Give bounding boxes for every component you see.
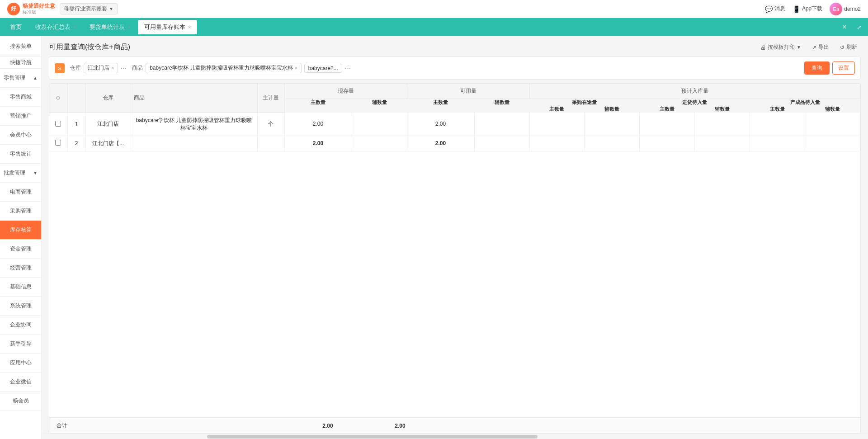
table-footer: 合计 2.00 2.00 xyxy=(49,417,860,433)
row-checkbox[interactable] xyxy=(49,113,67,136)
footer-current-main: 2.00 xyxy=(310,423,346,429)
product-tag[interactable]: babycare学饮杯 儿童防摔防撞吸管杯重力球吸嘴杯宝宝水杯 × xyxy=(146,63,302,73)
quick-nav-btn[interactable]: 快捷导航 xyxy=(0,57,41,69)
sidebar-item-inventory[interactable]: 库存核算 xyxy=(0,221,41,240)
col-av-aux2 xyxy=(474,106,529,113)
refresh-label: 刷新 xyxy=(846,43,857,51)
checkbox-input[interactable] xyxy=(55,140,61,146)
filter-expand-btn[interactable]: » xyxy=(55,63,65,73)
col-pro-main: 主数量 xyxy=(750,106,805,113)
brand-selector[interactable]: 母婴行业演示账套 ▼ xyxy=(60,3,118,14)
sidebar-item-app-center[interactable]: 应用中心 xyxy=(0,354,41,373)
query-button[interactable]: 查询 xyxy=(804,61,830,75)
sidebar-item-basic-info[interactable]: 基础信息 xyxy=(0,278,41,297)
sidebar-item-new-guide[interactable]: 新手引导 xyxy=(0,335,41,354)
product-remove-icon[interactable]: × xyxy=(295,66,297,71)
chevron-down-icon: ▼ xyxy=(109,6,113,11)
col-product-header: 商品 xyxy=(131,84,257,113)
tab-receive-close[interactable]: × xyxy=(73,24,76,30)
arrow-icon: ▼ xyxy=(33,170,38,175)
sidebar-item-purchase[interactable]: 采购管理 xyxy=(0,202,41,221)
col-pur-main: 主数量 xyxy=(529,106,585,113)
product-label: 商品 xyxy=(132,64,143,72)
tab-order[interactable]: 要货单统计表 × xyxy=(83,20,137,34)
col-unit-header: 主计量 xyxy=(257,84,284,113)
col-checkbox-header[interactable]: ⚙ xyxy=(49,84,67,113)
row-inc-main xyxy=(640,136,695,151)
sidebar-item-wholesale[interactable]: 批发管理 ▼ xyxy=(0,164,41,183)
sidebar-item-wx-work[interactable]: 企业微信 xyxy=(0,373,41,392)
export-label: 导出 xyxy=(818,43,829,51)
sidebar-item-label: 基础信息 xyxy=(10,283,32,291)
row-current-main: 2.00 xyxy=(284,136,352,151)
product-more-icon[interactable]: ··· xyxy=(345,64,351,72)
sidebar-item-sys-mgmt[interactable]: 系统管理 xyxy=(0,297,41,316)
col-cs-main2 xyxy=(284,106,352,113)
chevron-down-icon: ▼ xyxy=(797,45,801,50)
tab-available[interactable]: 可用量库存账本 × xyxy=(138,20,197,34)
row-inc-aux xyxy=(695,113,750,136)
checkbox-input[interactable] xyxy=(55,121,61,127)
sidebar-item-member-plus[interactable]: 畅会员 xyxy=(0,392,41,411)
sidebar-item-label: 零售管理 xyxy=(4,74,25,82)
product-extra-value: babycare?... xyxy=(308,65,338,71)
page-header: 可用量查询(按仓库+商品) 🖨 按模板打印 ▼ ↗ 导出 ↺ 刷新 xyxy=(42,36,868,57)
col-incoming-header: 进货待入量 xyxy=(640,99,750,106)
col-production-header: 产成品待入量 xyxy=(750,99,860,106)
col-pur-aux: 辅数量 xyxy=(585,106,640,113)
tab-order-label: 要货单统计表 xyxy=(90,23,125,31)
avatar: Ea xyxy=(830,3,842,15)
sidebar-item-ops[interactable]: 经营管理 xyxy=(0,259,41,278)
warehouse-tag[interactable]: 江北门店 × xyxy=(84,63,118,73)
warehouse-remove-icon[interactable]: × xyxy=(111,66,114,71)
message-btn[interactable]: 💬 消息 xyxy=(765,5,785,13)
sidebar-item-label: 电商管理 xyxy=(10,188,32,196)
product-extra-tag[interactable]: babycare?... xyxy=(304,64,342,73)
row-checkbox[interactable] xyxy=(49,136,67,151)
bottom-scrollbar[interactable] xyxy=(42,434,868,439)
logo-icon: 好 xyxy=(7,3,20,15)
table-scroll[interactable]: ⚙ 仓库 商品 主计量 现存量 可用量 预计入库量 主数量 辅数 xyxy=(49,84,860,417)
refresh-btn[interactable]: ↺ 刷新 xyxy=(836,42,861,53)
print-label: 按模板打印 xyxy=(768,43,795,51)
sidebar-item-retail-mgmt[interactable]: 零售管理 ▲ xyxy=(0,69,41,88)
sidebar-item-retail-stats[interactable]: 零售统计 xyxy=(0,145,41,164)
tab-order-close[interactable]: × xyxy=(127,24,130,30)
settings-icon[interactable]: ⚙ xyxy=(56,95,61,101)
print-icon: 🖨 xyxy=(760,44,766,51)
sidebar-item-label: 零售商城 xyxy=(10,93,32,101)
sidebar-item-member[interactable]: 会员中心 xyxy=(0,126,41,145)
row-pro-aux xyxy=(805,136,860,151)
footer-label: 合计 xyxy=(57,422,274,430)
row-product: babycare学饮杯 儿童防摔防撞吸管杯重力球吸嘴杯宝宝水杯 xyxy=(131,113,257,136)
scroll-thumb[interactable] xyxy=(207,435,538,439)
sidebar-item-ecommerce[interactable]: 电商管理 xyxy=(0,183,41,202)
close-all-btn[interactable]: × xyxy=(839,22,850,33)
sidebar-item-enterprise[interactable]: 企业协同 xyxy=(0,316,41,335)
tab-available-close[interactable]: × xyxy=(188,24,191,30)
user-menu[interactable]: Ea demo2 xyxy=(830,3,861,15)
logo-subtext: 标准版 xyxy=(23,9,55,15)
app-download-btn[interactable]: 📱 App下载 xyxy=(793,5,822,13)
col-available-header: 可用量 xyxy=(407,84,529,99)
export-btn[interactable]: ↗ 导出 xyxy=(808,42,833,53)
expand-btn[interactable]: ⤢ xyxy=(854,22,864,33)
settings-button[interactable]: 设置 xyxy=(832,61,855,75)
sidebar-item-retail-mall[interactable]: 零售商城 xyxy=(0,88,41,107)
sidebar-item-finance[interactable]: 资金管理 xyxy=(0,240,41,259)
row-current-main: 2.00 xyxy=(284,113,352,136)
sidebar-item-label: 畅会员 xyxy=(13,397,29,405)
tab-home[interactable]: 首页 xyxy=(4,20,28,34)
sidebar-item-marketing[interactable]: 营销推广 xyxy=(0,107,41,126)
search-menu-btn[interactable]: 搜索菜单 xyxy=(4,41,38,52)
row-pro-main xyxy=(750,113,805,136)
tab-receive[interactable]: 收发存汇总表 × xyxy=(29,20,82,34)
row-current-aux xyxy=(352,136,407,151)
top-bar-left: 好 畅捷通好生意 标准版 母婴行业演示账套 ▼ xyxy=(7,3,118,15)
col-num-header xyxy=(67,84,85,113)
warehouse-more-icon[interactable]: ··· xyxy=(121,64,127,72)
print-btn[interactable]: 🖨 按模板打印 ▼ xyxy=(757,42,805,53)
row-pur-aux xyxy=(585,136,640,151)
col-available-aux-header: 辅数量 xyxy=(474,99,529,106)
col-current-stock-header: 现存量 xyxy=(284,84,407,99)
